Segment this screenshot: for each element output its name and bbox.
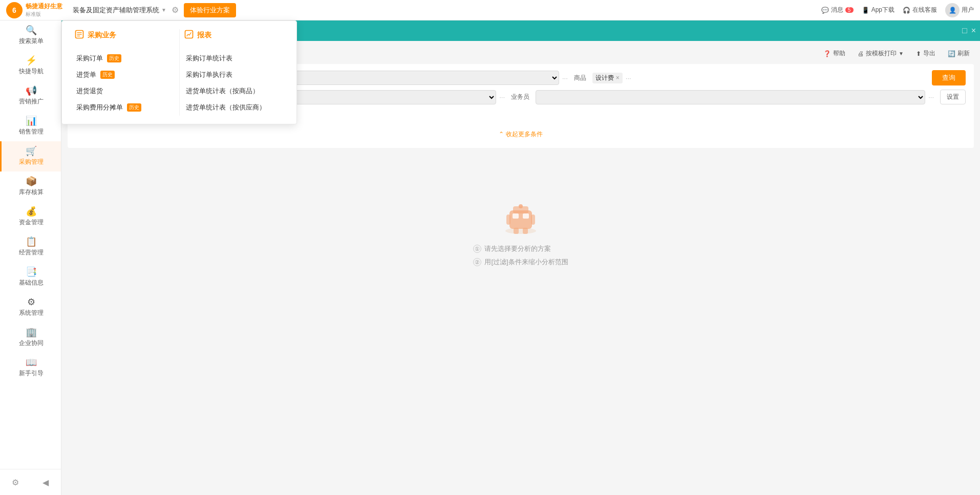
- history-badge-0: 历史: [107, 54, 121, 62]
- item-label: 采购费用分摊单: [76, 103, 123, 112]
- sidebar: 🔍 搜索菜单 ⚡ 快捷导航 📢 营销推广 📊 销售管理 🛒 采购管理 📦 库存核…: [0, 20, 61, 495]
- edition-label: 标准版: [26, 11, 62, 17]
- sidebar-item-beginner[interactable]: 📖 新手引导: [0, 353, 61, 383]
- system-name-text: 装备及固定资产辅助管理系统: [73, 6, 159, 15]
- svg-point-9: [519, 204, 523, 208]
- sidebar-item-sales[interactable]: 📊 销售管理: [0, 111, 61, 141]
- svg-rect-4: [506, 214, 510, 225]
- gear-icon[interactable]: ⚙: [172, 5, 179, 15]
- empty-illustration: [495, 195, 546, 236]
- user-btn[interactable]: 👤 用户: [945, 3, 974, 17]
- print-label: 按模板打印: [866, 49, 897, 58]
- trial-button[interactable]: 体验行业方案: [184, 3, 236, 17]
- dropdown-item-receipt-by-goods[interactable]: 进货单统计表（按商品）: [184, 83, 285, 99]
- system-icon: ⚙: [27, 297, 35, 307]
- sidebar-item-finance[interactable]: 💰 资金管理: [0, 202, 61, 232]
- dropdown-item-goods-return[interactable]: 进货退货: [74, 83, 175, 99]
- sidebar-settings-btn[interactable]: ⚙: [6, 475, 25, 490]
- sidebar-item-operations[interactable]: 📋 经营管理: [0, 232, 61, 262]
- print-btn[interactable]: 🖨 按模板打印 ▼: [854, 47, 908, 60]
- tab-closeall-icon[interactable]: ×: [971, 26, 976, 35]
- online-service-btn[interactable]: 🎧 在线客服: [903, 6, 937, 14]
- col2-icon: [184, 29, 194, 41]
- operations-icon: 📋: [26, 237, 37, 246]
- brand-name: 畅捷通好生意: [26, 3, 62, 11]
- messages-btn[interactable]: 💬 消息 5: [821, 6, 854, 14]
- dropdown-item-purchase-order[interactable]: 采购订单 历史: [74, 50, 175, 67]
- sidebar-collapse-btn[interactable]: ◀: [36, 475, 55, 490]
- app-download-btn[interactable]: 📱 App下载: [862, 6, 894, 14]
- goods-dots[interactable]: ···: [626, 74, 631, 82]
- tip-num-1: ①: [473, 245, 481, 253]
- logo-icon: 6: [6, 2, 23, 18]
- header-actions: 💬 消息 5 📱 App下载 🎧 在线客服 👤 用户: [821, 3, 974, 17]
- sidebar-item-system[interactable]: ⚙ 系统管理: [0, 292, 61, 322]
- refresh-label: 刷新: [957, 49, 970, 58]
- dropdown-item-receipt-by-supplier[interactable]: 进货单统计表（按供应商）: [184, 99, 285, 116]
- rank-dots[interactable]: ···: [499, 93, 505, 101]
- sidebar-label-operations: 经营管理: [19, 248, 44, 257]
- dropdown-col2-title: 报表: [184, 29, 285, 44]
- tip-text-2: 用[过滤]条件来缩小分析范围: [484, 255, 568, 269]
- logo-text: 畅捷通好生意 标准版: [26, 3, 62, 17]
- sidebar-label-beginner: 新手引导: [19, 369, 44, 378]
- finance-icon: 💰: [26, 207, 37, 216]
- messages-label: 消息: [831, 6, 843, 14]
- dropdown-col-purchase: 采购业务 采购订单 历史 进货单 历史 进货退货 采购费用分摊单 历史: [70, 29, 179, 116]
- sidebar-item-inventory[interactable]: 📦 库存核算: [0, 171, 61, 202]
- purchase-dropdown-menu: 采购业务 采购订单 历史 进货单 历史 进货退货 采购费用分摊单 历史: [61, 20, 297, 124]
- history-badge-1: 历史: [100, 71, 115, 79]
- sidebar-bottom: ⚙ ◀: [0, 469, 61, 495]
- refresh-icon: 🔄: [948, 50, 955, 57]
- purchase-biz-icon: [74, 29, 84, 39]
- headset-icon: 🎧: [903, 7, 910, 14]
- sidebar-item-enterprise[interactable]: 🏢 企业协同: [0, 322, 61, 353]
- collapse-filters-btn[interactable]: ⌃ 收起更多条件: [76, 127, 966, 142]
- sidebar-label-quicknav: 快捷导航: [19, 67, 44, 76]
- goods-tag-remove[interactable]: ×: [616, 74, 620, 81]
- top-header: 6 畅捷通好生意 标准版 装备及固定资产辅助管理系统 ▼ ⚙ 体验行业方案 💬 …: [0, 0, 980, 20]
- export-label: 导出: [923, 49, 935, 58]
- setting-button[interactable]: 设置: [940, 90, 966, 104]
- salesperson-select[interactable]: [536, 90, 925, 104]
- export-btn[interactable]: ⬆ 导出: [912, 47, 940, 60]
- help-icon: ❓: [823, 50, 831, 57]
- doc-status-dots[interactable]: ···: [562, 74, 568, 82]
- search-icon: 🔍: [26, 26, 37, 35]
- report-icon: [184, 29, 194, 39]
- item-label: 采购订单: [76, 54, 103, 63]
- app-download-label: App下载: [871, 6, 894, 14]
- system-name-dropdown[interactable]: 装备及固定资产辅助管理系统 ▼: [73, 6, 166, 15]
- sidebar-item-basicinfo[interactable]: 📑 基础信息: [0, 262, 61, 292]
- empty-state: ① 请先选择要分析的方案 ② 用[过滤]条件来缩小分析范围: [68, 154, 974, 310]
- dropdown-item-po-exec[interactable]: 采购订单执行表: [184, 67, 285, 83]
- tab-bar-end: □ ×: [962, 26, 980, 35]
- user-label: 用户: [962, 6, 974, 14]
- item-label: 进货单统计表（按商品）: [186, 87, 259, 96]
- tab-restore-icon[interactable]: □: [962, 26, 967, 35]
- salesperson-dots[interactable]: ···: [928, 93, 934, 101]
- sidebar-item-purchase[interactable]: 🛒 采购管理: [0, 141, 61, 171]
- sidebar-label-system: 系统管理: [19, 309, 44, 317]
- dropdown-item-purchase-expense[interactable]: 采购费用分摊单 历史: [74, 99, 175, 116]
- logo-area: 6 畅捷通好生意 标准版: [6, 2, 68, 18]
- sidebar-item-search[interactable]: 🔍 搜索菜单: [0, 20, 61, 51]
- sidebar-item-quicknav[interactable]: ⚡ 快捷导航: [0, 51, 61, 81]
- dropdown-col-reports: 报表 采购订单统计表 采购订单执行表 进货单统计表（按商品） 进货单统计表（按供…: [179, 29, 289, 116]
- svg-rect-5: [531, 214, 535, 225]
- avatar: 👤: [945, 3, 960, 17]
- refresh-btn[interactable]: 🔄 刷新: [944, 47, 974, 60]
- sidebar-label-purchase: 采购管理: [19, 158, 44, 166]
- item-label: 进货单统计表（按供应商）: [186, 103, 266, 112]
- col1-title-text: 采购业务: [88, 31, 116, 40]
- dropdown-item-po-stats[interactable]: 采购订单统计表: [184, 50, 285, 67]
- help-btn[interactable]: ❓ 帮助: [819, 47, 849, 60]
- sidebar-item-marketing[interactable]: 📢 营销推广: [0, 81, 61, 111]
- sidebar-label-search: 搜索菜单: [19, 37, 44, 46]
- query-button[interactable]: 查询: [932, 70, 966, 85]
- dropdown-item-goods-receipt[interactable]: 进货单 历史: [74, 67, 175, 83]
- history-badge-3: 历史: [127, 103, 141, 112]
- beginner-icon: 📖: [26, 358, 37, 367]
- goods-tag: 设计费 ×: [592, 73, 623, 83]
- item-label: 采购订单执行表: [186, 70, 232, 79]
